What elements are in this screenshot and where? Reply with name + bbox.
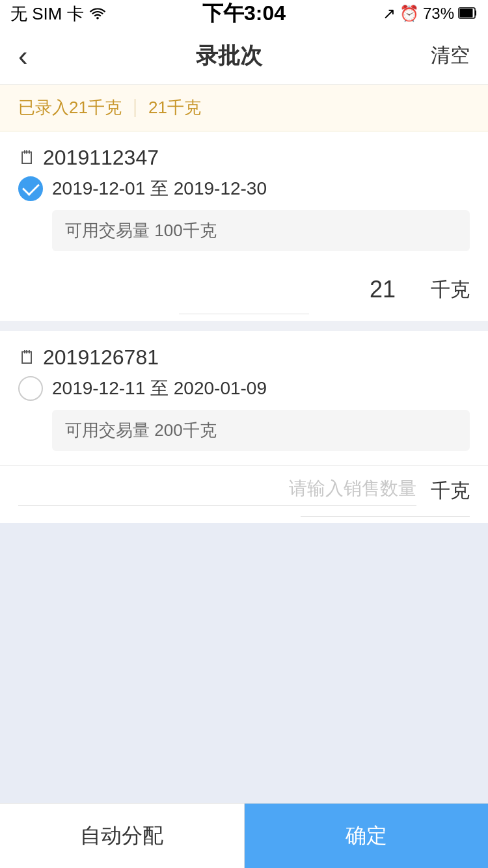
batch-1-header: 🗒 2019112347 <box>18 146 470 170</box>
svg-rect-1 <box>460 9 473 18</box>
batch-1-doc-icon: 🗒 <box>18 147 36 169</box>
nav-bar: ‹ 录批次 清空 <box>0 27 488 85</box>
bottom-area <box>0 523 488 803</box>
batch-1-date: 2019-12-01 至 2019-12-30 <box>52 176 267 201</box>
batch-1-quantity-unit: 千克 <box>431 277 470 303</box>
batch-2-header: 🗒 2019126781 <box>18 346 470 370</box>
footer: 自动分配 确定 <box>0 803 488 868</box>
status-bar: 无 SIM 卡 下午3:04 ↗ ⏰ 73% <box>0 0 488 27</box>
batch-2-date: 2019-12-11 至 2020-01-09 <box>52 376 267 401</box>
info-amount: 21千克 <box>148 96 201 119</box>
status-left: 无 SIM 卡 <box>10 3 107 25</box>
batch-2-available: 可用交易量 200千克 <box>52 410 470 451</box>
confirm-button[interactable]: 确定 <box>245 804 489 868</box>
batch-card-2: 🗒 2019126781 2019-12-11 至 2020-01-09 可用交… <box>0 331 488 523</box>
location-icon: ↗ <box>383 5 396 23</box>
batch-1-date-row: 2019-12-01 至 2019-12-30 <box>18 176 470 201</box>
batch-1-quantity-value: 21 <box>370 276 396 303</box>
batch-2-doc-icon: 🗒 <box>18 347 36 368</box>
battery-icon <box>458 5 478 23</box>
batch-2-unit: 千克 <box>431 478 470 504</box>
batch-1-radio[interactable] <box>18 176 43 201</box>
page-title: 录批次 <box>196 41 262 71</box>
batch-1-quantity-row: 21 千克 <box>0 265 488 314</box>
status-time: 下午3:04 <box>202 0 286 28</box>
wifi-icon <box>88 4 107 24</box>
sim-label: 无 SIM 卡 <box>10 3 84 25</box>
status-right: ↗ ⏰ 73% <box>383 5 478 23</box>
batch-2-radio[interactable] <box>18 376 43 401</box>
batch-card-1: 🗒 2019112347 2019-12-01 至 2019-12-30 可用交… <box>0 131 488 321</box>
battery-label: 73% <box>423 5 454 23</box>
batch-2-input-placeholder: 请输入销售数量 <box>289 476 416 501</box>
recorded-label: 已录入21千克 <box>18 96 122 119</box>
section-divider-1 <box>0 321 488 331</box>
batch-1-id: 2019112347 <box>43 146 159 170</box>
qty-separator-2 <box>301 516 470 517</box>
clear-button[interactable]: 清空 <box>431 42 470 69</box>
info-divider <box>135 99 135 117</box>
batch-1-available: 可用交易量 100千克 <box>52 210 470 251</box>
qty-separator-1 <box>179 314 309 314</box>
info-banner: 已录入21千克 21千克 <box>0 85 488 131</box>
batch-2-input-row: 请输入销售数量 千克 <box>0 465 488 516</box>
batch-2-input-underline: 请输入销售数量 <box>18 476 416 506</box>
batch-2-date-row: 2019-12-11 至 2020-01-09 <box>18 376 470 401</box>
auto-distribute-button[interactable]: 自动分配 <box>0 804 245 868</box>
alarm-icon: ⏰ <box>400 5 419 23</box>
back-button[interactable]: ‹ <box>18 42 28 70</box>
batch-2-id: 2019126781 <box>43 346 159 370</box>
